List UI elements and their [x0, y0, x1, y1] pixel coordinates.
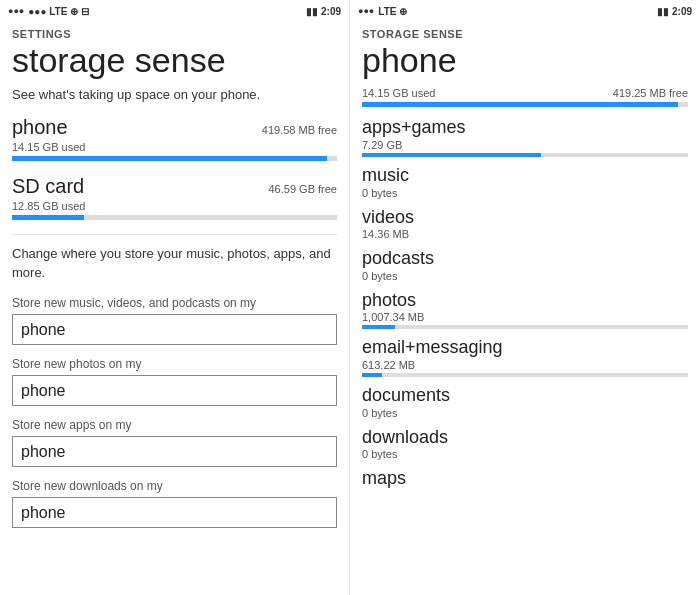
detail-item-name-5: email+messaging: [362, 337, 688, 359]
detail-item-name-4: photos: [362, 290, 688, 312]
status-left-right: ●●● LTE ⊕: [358, 6, 407, 17]
detail-item-name-6: documents: [362, 385, 688, 407]
detail-item-bar-fill-5: [362, 373, 382, 377]
time-right: 2:09: [672, 6, 692, 17]
total-bar-fill: [362, 102, 678, 107]
total-used-label: 14.15 GB used: [362, 87, 435, 99]
detail-item-value-7: 0 bytes: [362, 448, 688, 460]
sd-storage-free: 46.59 GB free: [269, 183, 338, 195]
sd-progress-bg: [12, 215, 337, 220]
subtitle-left: See what's taking up space on your phone…: [12, 87, 337, 102]
detail-item-name-8: maps: [362, 468, 688, 490]
detail-item-bar-fill-4: [362, 325, 395, 329]
status-right-left: ▮▮ 2:09: [306, 6, 341, 17]
detail-item-value-3: 0 bytes: [362, 270, 688, 282]
detail-item-bar-bg-4: [362, 325, 688, 329]
status-bar-left: ●●● ●●● LTE ⊕ ⊟ ▮▮ 2:09: [0, 0, 349, 22]
phone-storage-free: 419.58 MB free: [262, 124, 337, 136]
detail-item-emailmessaging: email+messaging613.22 MB: [362, 337, 688, 377]
detail-item-name-7: downloads: [362, 427, 688, 449]
phone-storage-item: phone 419.58 MB free 14.15 GB used: [12, 116, 337, 161]
total-bar-bg: [362, 102, 688, 107]
store-select-apps[interactable]: phone SD card: [12, 436, 337, 467]
wifi-icon-right: ⊕: [399, 6, 407, 17]
detail-item-photos: photos1,007.34 MB: [362, 290, 688, 330]
detail-item-documents: documents0 bytes: [362, 385, 688, 419]
store-select-photos[interactable]: phone SD card: [12, 375, 337, 406]
detail-item-music: music0 bytes: [362, 165, 688, 199]
detail-item-name-3: podcasts: [362, 248, 688, 270]
store-label-music: Store new music, videos, and podcasts on…: [12, 296, 337, 310]
battery-right-left: ▮▮: [306, 6, 318, 17]
detail-item-bar-fill-0: [362, 153, 541, 157]
store-selector-photos: Store new photos on my phone SD card: [12, 357, 337, 406]
battery-right-right: ▮▮: [657, 6, 669, 17]
store-selector-music: Store new music, videos, and podcasts on…: [12, 296, 337, 345]
store-label-apps: Store new apps on my: [12, 418, 337, 432]
detail-item-value-4: 1,007.34 MB: [362, 311, 688, 323]
page-title-left: storage sense: [12, 42, 337, 79]
status-left-left: ●●● ●●● LTE ⊕ ⊟: [8, 6, 89, 17]
storage-header-row: 14.15 GB used 419.25 MB free: [362, 87, 688, 99]
time-left: 2:09: [321, 6, 341, 17]
signal-icon-right: ●●●: [358, 6, 374, 16]
detail-item-value-2: 14.36 MB: [362, 228, 688, 240]
phone-storage-used: 14.15 GB used: [12, 141, 337, 153]
status-bar-right: ●●● LTE ⊕ ▮▮ 2:09: [350, 0, 700, 22]
detail-item-value-6: 0 bytes: [362, 407, 688, 419]
detail-items-container: apps+games7.29 GBmusic0 bytesvideos14.36…: [362, 117, 688, 489]
detail-item-name-1: music: [362, 165, 688, 187]
settings-label-left: SETTINGS: [12, 28, 337, 40]
change-text: Change where you store your music, photo…: [12, 245, 337, 281]
detail-item-maps: maps: [362, 468, 688, 490]
phone-progress-bg: [12, 156, 337, 161]
divider-left: [12, 234, 337, 235]
lte-label-right: LTE: [378, 6, 396, 17]
detail-item-videos: videos14.36 MB: [362, 207, 688, 241]
detail-item-value-5: 613.22 MB: [362, 359, 688, 371]
store-selector-apps: Store new apps on my phone SD card: [12, 418, 337, 467]
detail-item-podcasts: podcasts0 bytes: [362, 248, 688, 282]
battery-icon-left: ⊟: [81, 6, 89, 17]
detail-item-bar-bg-5: [362, 373, 688, 377]
detail-item-name-2: videos: [362, 207, 688, 229]
detail-item-appsgames: apps+games7.29 GB: [362, 117, 688, 157]
right-panel: ●●● LTE ⊕ ▮▮ 2:09 STORAGE SENSE phone 14…: [350, 0, 700, 595]
detail-item-value-1: 0 bytes: [362, 187, 688, 199]
phone-storage-name: phone: [12, 116, 68, 139]
phone-storage-header: phone 419.58 MB free: [12, 116, 337, 139]
wifi-icon-left: ⊕: [70, 6, 78, 17]
sd-storage-item: SD card 46.59 GB free 12.85 GB used: [12, 175, 337, 220]
total-free-label: 419.25 MB free: [613, 87, 688, 99]
page-title-right: phone: [362, 42, 688, 79]
status-right-right: ▮▮ 2:09: [657, 6, 692, 17]
detail-item-bar-bg-0: [362, 153, 688, 157]
left-panel: ●●● ●●● LTE ⊕ ⊟ ▮▮ 2:09 SETTINGS storage…: [0, 0, 350, 595]
sd-storage-header: SD card 46.59 GB free: [12, 175, 337, 198]
store-label-downloads: Store new downloads on my: [12, 479, 337, 493]
store-select-music[interactable]: phone SD card: [12, 314, 337, 345]
settings-label-right: STORAGE SENSE: [362, 28, 688, 40]
signal-icon-left: ●●●: [8, 6, 24, 16]
store-selector-downloads: Store new downloads on my phone SD card: [12, 479, 337, 528]
lte-label-left: ●●● LTE: [28, 6, 67, 17]
store-select-downloads[interactable]: phone SD card: [12, 497, 337, 528]
store-label-photos: Store new photos on my: [12, 357, 337, 371]
sd-progress-fill: [12, 215, 84, 220]
sd-storage-used: 12.85 GB used: [12, 200, 337, 212]
detail-item-value-0: 7.29 GB: [362, 139, 688, 151]
left-panel-content: SETTINGS storage sense See what's taking…: [0, 22, 349, 595]
phone-progress-fill: [12, 156, 327, 161]
sd-storage-name: SD card: [12, 175, 84, 198]
right-panel-content: STORAGE SENSE phone 14.15 GB used 419.25…: [350, 22, 700, 595]
detail-item-name-0: apps+games: [362, 117, 688, 139]
detail-item-downloads: downloads0 bytes: [362, 427, 688, 461]
